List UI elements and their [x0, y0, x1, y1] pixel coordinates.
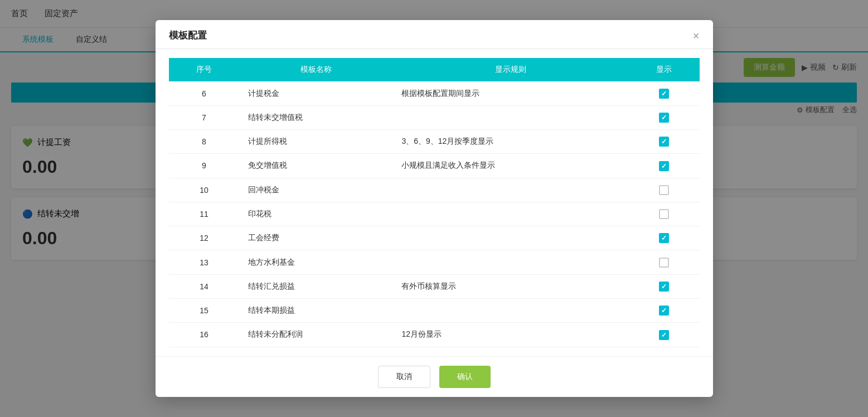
table-row: 9免交增值税小规模且满足收入条件显示 — [169, 154, 700, 178]
cell-rule — [392, 250, 628, 274]
table-row: 15结转本期损益 — [169, 299, 700, 323]
checkbox[interactable] — [659, 282, 669, 292]
cell-checkbox[interactable] — [629, 323, 700, 347]
table-row: 16结转未分配利润12月份显示 — [169, 323, 700, 347]
table-row: 11印花税 — [169, 202, 700, 226]
modal-body: 序号 模板名称 显示规则 显示 6计提税金根据模板配置期间显示7结转未交增值税8… — [156, 49, 713, 356]
cell-seq: 15 — [169, 299, 240, 323]
modal-title: 模板配置 — [169, 29, 207, 42]
cell-seq: 13 — [169, 250, 240, 274]
cell-name: 免交增值税 — [239, 154, 392, 178]
table-row: 8计提所得税3、6、9、12月按季度显示 — [169, 129, 700, 153]
cell-seq: 11 — [169, 202, 240, 226]
cell-rule: 3、6、9、12月按季度显示 — [392, 129, 628, 153]
cell-checkbox[interactable] — [629, 274, 700, 298]
cell-rule — [392, 226, 628, 250]
table-row: 7结转未交增值税 — [169, 105, 700, 129]
cell-checkbox[interactable] — [629, 202, 700, 226]
table-row: 13地方水利基金 — [169, 250, 700, 274]
checkbox[interactable] — [659, 137, 669, 147]
cell-rule — [392, 299, 628, 323]
cell-name: 结转本期损益 — [239, 299, 392, 323]
col-header-display: 显示 — [629, 58, 700, 81]
cell-rule: 根据模板配置期间显示 — [392, 81, 628, 105]
cell-checkbox[interactable] — [629, 154, 700, 178]
cell-seq: 8 — [169, 129, 240, 153]
checkbox[interactable] — [659, 258, 669, 268]
col-header-rule: 显示规则 — [392, 58, 628, 81]
checkbox[interactable] — [659, 330, 669, 340]
cell-seq: 14 — [169, 274, 240, 298]
checkbox[interactable] — [659, 233, 669, 243]
modal-template-config: 模板配置 × 序号 模板名称 显示规则 显示 6计提税金根据模板配置期间显示7结… — [156, 20, 713, 396]
cancel-button[interactable]: 取消 — [378, 366, 430, 388]
cell-seq: 7 — [169, 105, 240, 129]
cell-name: 计提税金 — [239, 81, 392, 105]
cell-name: 工会经费 — [239, 226, 392, 250]
modal-close-button[interactable]: × — [693, 30, 700, 41]
checkbox[interactable] — [659, 185, 669, 195]
table-row: 10回冲税金 — [169, 178, 700, 202]
col-header-seq: 序号 — [169, 58, 240, 81]
checkbox[interactable] — [659, 113, 669, 123]
cell-checkbox[interactable] — [629, 299, 700, 323]
cell-rule — [392, 202, 628, 226]
cell-name: 结转未交增值税 — [239, 105, 392, 129]
config-table: 序号 模板名称 显示规则 显示 6计提税金根据模板配置期间显示7结转未交增值税8… — [169, 58, 700, 347]
modal-overlay: 模板配置 × 序号 模板名称 显示规则 显示 6计提税金根据模板配置期间显示7结… — [0, 0, 868, 417]
cell-checkbox[interactable] — [629, 81, 700, 105]
table-row: 14结转汇兑损益有外币核算显示 — [169, 274, 700, 298]
checkbox[interactable] — [659, 161, 669, 171]
table-row: 12工会经费 — [169, 226, 700, 250]
checkbox[interactable] — [659, 209, 669, 219]
confirm-button[interactable]: 确认 — [439, 366, 491, 388]
cell-rule: 小规模且满足收入条件显示 — [392, 154, 628, 178]
cell-seq: 6 — [169, 81, 240, 105]
checkbox[interactable] — [659, 89, 669, 99]
cell-name: 结转汇兑损益 — [239, 274, 392, 298]
cell-name: 地方水利基金 — [239, 250, 392, 274]
table-row: 6计提税金根据模板配置期间显示 — [169, 81, 700, 105]
cell-name: 结转未分配利润 — [239, 323, 392, 347]
cell-checkbox[interactable] — [629, 226, 700, 250]
cell-rule — [392, 178, 628, 202]
cell-seq: 16 — [169, 323, 240, 347]
cell-name: 回冲税金 — [239, 178, 392, 202]
cell-seq: 9 — [169, 154, 240, 178]
cell-rule: 有外币核算显示 — [392, 274, 628, 298]
cell-name: 计提所得税 — [239, 129, 392, 153]
cell-seq: 10 — [169, 178, 240, 202]
cell-checkbox[interactable] — [629, 250, 700, 274]
cell-checkbox[interactable] — [629, 178, 700, 202]
cell-name: 印花税 — [239, 202, 392, 226]
cell-rule: 12月份显示 — [392, 323, 628, 347]
cell-seq: 12 — [169, 226, 240, 250]
cell-checkbox[interactable] — [629, 105, 700, 129]
col-header-name: 模板名称 — [239, 58, 392, 81]
cell-checkbox[interactable] — [629, 129, 700, 153]
checkbox[interactable] — [659, 306, 669, 316]
cell-rule — [392, 105, 628, 129]
